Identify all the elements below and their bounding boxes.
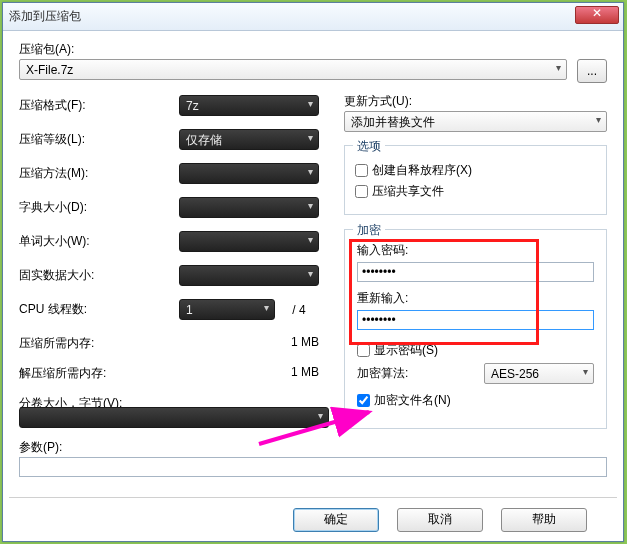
browse-button[interactable]: ...	[577, 59, 607, 83]
update-select[interactable]: 添加并替换文件	[344, 111, 607, 132]
repassword-label: 重新输入:	[357, 290, 594, 307]
word-label: 单词大小(W):	[19, 233, 179, 267]
dialog-window: 添加到压缩包 ✕ 压缩包(A): X-File.7z ... 压缩格式(F): …	[2, 2, 624, 542]
mem-comp-label: 压缩所需内存:	[19, 335, 179, 365]
options-legend: 选项	[353, 138, 385, 155]
level-select[interactable]: 仅存储	[179, 129, 319, 150]
sfx-checkbox[interactable]	[355, 164, 368, 177]
archive-label: 压缩包(A):	[19, 42, 74, 56]
threads-label: CPU 线程数:	[19, 301, 179, 335]
method-label: 压缩方法(M):	[19, 165, 179, 199]
options-group: 选项 创建自释放程序(X) 压缩共享文件	[344, 145, 607, 215]
threads-max: / 4	[292, 303, 305, 317]
encrypt-legend: 加密	[353, 222, 385, 239]
password-input[interactable]	[357, 262, 594, 282]
close-icon: ✕	[592, 6, 602, 20]
update-label-row: 更新方式(U):	[344, 93, 607, 110]
update-label: 更新方式(U):	[344, 94, 412, 108]
archive-row: X-File.7z ...	[19, 59, 607, 83]
split-select[interactable]	[19, 407, 329, 428]
close-button[interactable]: ✕	[575, 6, 619, 24]
show-password-checkbox[interactable]	[357, 344, 370, 357]
repassword-input[interactable]	[357, 310, 594, 330]
mem-decomp-value: 1 MB	[179, 363, 329, 393]
solid-label: 固实数据大小:	[19, 267, 179, 301]
archive-input[interactable]: X-File.7z	[19, 59, 567, 80]
help-button[interactable]: 帮助	[501, 508, 587, 532]
show-password-label: 显示密码(S)	[374, 342, 438, 359]
left-labels: 压缩格式(F): 压缩等级(L): 压缩方法(M): 字典大小(D): 单词大小…	[19, 97, 179, 415]
window-title: 添加到压缩包	[9, 8, 81, 25]
content-area: 压缩包(A): X-File.7z ... 压缩格式(F): 压缩等级(L): …	[9, 37, 617, 493]
titlebar: 添加到压缩包 ✕	[3, 3, 623, 31]
mem-decomp-label: 解压缩所需内存:	[19, 365, 179, 395]
level-label: 压缩等级(L):	[19, 131, 179, 165]
method-select[interactable]	[179, 163, 319, 184]
params-label-row: 参数(P):	[19, 439, 62, 456]
password-label: 输入密码:	[357, 242, 594, 259]
encrypt-names-checkbox[interactable]	[357, 394, 370, 407]
share-checkbox[interactable]	[355, 185, 368, 198]
archive-label-row: 压缩包(A):	[19, 41, 607, 58]
encrypt-names-label: 加密文件名(N)	[374, 392, 451, 409]
params-label: 参数(P):	[19, 440, 62, 454]
sfx-label: 创建自释放程序(X)	[372, 162, 472, 179]
format-select[interactable]: 7z	[179, 95, 319, 116]
threads-select[interactable]: 1	[179, 299, 275, 320]
dictionary-select[interactable]	[179, 197, 319, 218]
solid-select[interactable]	[179, 265, 319, 286]
mem-comp-value: 1 MB	[179, 333, 329, 363]
params-input[interactable]	[19, 457, 607, 477]
encrypt-group: 加密 输入密码: 重新输入: 显示密码(S) 加密算法: AES-256 加密文…	[344, 229, 607, 429]
share-label: 压缩共享文件	[372, 183, 444, 200]
dictionary-label: 字典大小(D):	[19, 199, 179, 233]
cancel-button[interactable]: 取消	[397, 508, 483, 532]
algo-select[interactable]: AES-256	[484, 363, 594, 384]
format-label: 压缩格式(F):	[19, 97, 179, 131]
algo-label: 加密算法:	[357, 365, 408, 382]
word-select[interactable]	[179, 231, 319, 252]
ok-button[interactable]: 确定	[293, 508, 379, 532]
button-bar: 确定 取消 帮助	[9, 497, 617, 533]
left-controls: 7z 仅存储 1 / 4 1 MB 1 MB	[179, 95, 329, 393]
